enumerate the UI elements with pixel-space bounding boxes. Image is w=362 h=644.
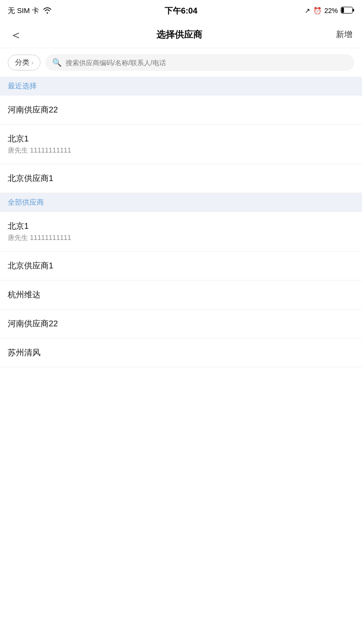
- list-item[interactable]: 河南供应商22: [0, 309, 362, 338]
- location-icon: ↗: [305, 7, 310, 14]
- list-item[interactable]: 杭州维达: [0, 280, 362, 309]
- list-item[interactable]: 苏州清风: [0, 338, 362, 367]
- item-name: 北京1: [8, 133, 354, 144]
- status-bar: 无 SIM 卡 下午6:04 ↗ ⏰ 22%: [0, 0, 362, 21]
- recent-items-list: 河南供应商22北京1唐先生 11111111111北京供应商1: [0, 96, 362, 193]
- item-name: 北京供应商1: [8, 260, 354, 271]
- search-icon: 🔍: [52, 58, 62, 67]
- item-sub: 唐先生 11111111111: [8, 234, 354, 242]
- item-name: 杭州维达: [8, 289, 354, 300]
- item-name: 河南供应商22: [8, 104, 354, 115]
- list-item[interactable]: 北京1唐先生 11111111111: [0, 125, 362, 164]
- category-label: 分类: [15, 58, 29, 67]
- list-item[interactable]: 河南供应商22: [0, 96, 362, 125]
- status-time: 下午6:04: [165, 5, 197, 16]
- page-title: 选择供应商: [156, 28, 202, 41]
- recent-section-header: 最近选择: [0, 77, 362, 96]
- filter-bar: 分类 › 🔍: [0, 48, 362, 77]
- category-filter-button[interactable]: 分类 ›: [8, 55, 41, 70]
- status-left: 无 SIM 卡: [8, 6, 52, 15]
- search-box[interactable]: 🔍: [45, 54, 354, 71]
- item-name: 河南供应商22: [8, 318, 354, 329]
- recent-section-label: 最近选择: [8, 82, 37, 90]
- all-section-header: 全部供应商: [0, 193, 362, 212]
- back-button[interactable]: ＜: [10, 28, 22, 41]
- list-item[interactable]: 北京供应商1: [0, 164, 362, 193]
- nav-bar: ＜ 选择供应商 新增: [0, 21, 362, 48]
- all-section-label: 全部供应商: [8, 198, 44, 206]
- wifi-icon: [43, 7, 52, 15]
- search-input[interactable]: [66, 59, 348, 67]
- svg-rect-2: [342, 7, 344, 13]
- item-name: 北京1: [8, 221, 354, 232]
- list-item[interactable]: 北京1唐先生 11111111111: [0, 212, 362, 252]
- status-right: ↗ ⏰ 22%: [305, 7, 354, 15]
- alarm-icon: ⏰: [313, 7, 321, 14]
- add-button[interactable]: 新增: [336, 29, 352, 40]
- battery-icon: [341, 7, 354, 15]
- sim-status: 无 SIM 卡: [8, 6, 39, 15]
- list-item[interactable]: 北京供应商1: [0, 252, 362, 280]
- svg-rect-1: [353, 9, 354, 12]
- all-items-list: 北京1唐先生 11111111111北京供应商1杭州维达河南供应商22苏州清风: [0, 212, 362, 367]
- item-name: 苏州清风: [8, 347, 354, 358]
- chevron-right-icon: ›: [31, 59, 33, 66]
- item-sub: 唐先生 11111111111: [8, 146, 354, 155]
- battery-percent: 22%: [324, 7, 338, 14]
- item-name: 北京供应商1: [8, 173, 354, 184]
